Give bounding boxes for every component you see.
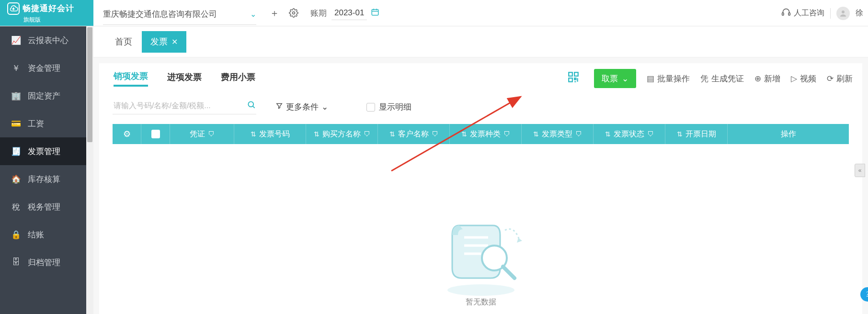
column-settings[interactable]: ⚙ — [113, 124, 141, 144]
user-short-name: 徐 — [856, 8, 863, 18]
brand-title: 畅捷通好会计 — [23, 3, 74, 14]
sidebar-item-label: 发票管理 — [28, 146, 60, 157]
col-customer[interactable]: ⇅客户名称⛉ — [378, 124, 450, 144]
sidebar-item-label: 资金管理 — [28, 63, 60, 74]
fetch-invoice-button[interactable]: 取票 ⌄ — [594, 69, 636, 88]
svg-rect-1 — [372, 9, 379, 15]
show-detail-checkbox[interactable]: 显示明细 — [366, 101, 411, 112]
sort-icon: ⇅ — [389, 130, 395, 138]
svg-point-4 — [842, 11, 845, 13]
invoice-icon: 🧾 — [11, 146, 21, 157]
sidebar-item-invoice[interactable]: 🧾发票管理 — [0, 137, 93, 165]
sidebar-item-report[interactable]: 📈云报表中心 — [0, 26, 93, 54]
archive-icon: 🗄 — [11, 258, 21, 267]
top-bar: 畅捷通好会计 旗舰版 重庆畅捷交通信息咨询有限公司 ⌄ ＋ 账期 2023-01… — [0, 0, 868, 26]
sidebar-scrollbar-thumb[interactable] — [87, 27, 92, 142]
brand-logo: 畅捷通好会计 旗舰版 — [0, 0, 93, 26]
headset-icon — [781, 8, 791, 19]
lock-icon: 🔒 — [11, 230, 21, 240]
tab-home[interactable]: 首页 — [105, 32, 142, 51]
sidebar-item-archive[interactable]: 🗄归档管理 — [0, 248, 93, 276]
sort-icon: ⇅ — [533, 130, 539, 138]
gen-voucher-button[interactable]: 凭生成凭证 — [700, 73, 744, 84]
sidebar-item-label: 工资 — [28, 118, 44, 129]
batch-button[interactable]: ▤批量操作 — [647, 73, 690, 84]
period-value[interactable]: 2023-01 — [331, 6, 367, 20]
company-picker[interactable]: 重庆畅捷交通信息咨询有限公司 ⌄ — [103, 6, 256, 25]
filter-icon — [275, 102, 283, 112]
search-input[interactable] — [113, 101, 232, 111]
col-invoice-date[interactable]: ⇅开票日期 — [665, 124, 728, 144]
box-icon: 🏠 — [11, 174, 21, 184]
search-icon[interactable] — [247, 100, 256, 112]
sidebar-item-label: 云报表中心 — [28, 35, 69, 46]
col-invoice-kind[interactable]: ⇅发票种类⛉ — [450, 124, 522, 144]
sidebar-item-close[interactable]: 🔒结账 — [0, 221, 93, 248]
tax-icon: 稅 — [11, 202, 21, 213]
col-operation: 操作 — [728, 124, 849, 144]
chevron-down-icon: ⌄ — [622, 74, 628, 84]
sidebar: 📈云报表中心 ￥资金管理 🏢固定资产 💳工资 🧾发票管理 🏠库存核算 稅税务管理… — [0, 26, 93, 314]
col-buyer[interactable]: ⇅购买方名称⛉ — [306, 124, 378, 144]
sort-icon: ⇅ — [461, 130, 467, 138]
col-voucher[interactable]: 凭证⛉ — [170, 124, 234, 144]
refresh-icon: ⟳ — [827, 74, 834, 84]
video-button[interactable]: ▷视频 — [791, 73, 816, 84]
right-expand-tab[interactable]: « — [855, 164, 865, 177]
gear-icon: ⚙ — [123, 129, 131, 139]
subtab-sales[interactable]: 销项发票 — [114, 70, 148, 87]
wallet-icon: 💳 — [11, 119, 21, 129]
sort-icon: ⇅ — [314, 130, 320, 138]
content-area: 首页 发票 ✕ 销项发票 进项发票 费用小票 取票 ⌄ ▤批量操作 凭生成凭证 … — [93, 26, 868, 314]
brand-subtitle: 旗舰版 — [23, 16, 41, 24]
play-circle-icon: ▷ — [791, 74, 797, 84]
more-conditions-button[interactable]: 更多条件 ⌄ — [275, 101, 328, 112]
col-invoice-no[interactable]: ⇅发票号码 — [234, 124, 306, 144]
divider — [830, 8, 831, 19]
col-invoice-type[interactable]: ⇅发票类型⛉ — [522, 124, 594, 144]
filter-row: 更多条件 ⌄ 显示明细 — [99, 94, 862, 120]
consult-button[interactable]: 人工咨询 — [781, 8, 824, 19]
svg-point-0 — [293, 12, 295, 14]
calendar-icon[interactable] — [371, 8, 379, 19]
company-name: 重庆畅捷交通信息咨询有限公司 — [103, 9, 217, 20]
chart-icon: 📈 — [11, 35, 21, 45]
svg-line-14 — [503, 267, 514, 278]
sidebar-item-funds[interactable]: ￥资金管理 — [0, 54, 93, 82]
subtab-purchase[interactable]: 进项发票 — [167, 71, 202, 86]
sort-icon: ⇅ — [605, 130, 611, 138]
avatar[interactable] — [836, 7, 850, 20]
fetch-invoice-label: 取票 — [602, 73, 618, 84]
search-box — [113, 100, 256, 114]
close-icon[interactable]: ✕ — [171, 37, 178, 46]
period-label: 账期 — [310, 8, 327, 19]
select-all-checkbox[interactable] — [141, 124, 170, 144]
sidebar-item-salary[interactable]: 💳工资 — [0, 110, 93, 137]
svg-point-8 — [248, 101, 253, 107]
table-header: ⚙ 凭证⛉ ⇅发票号码 ⇅购买方名称⛉ ⇅客户名称⛉ ⇅发票种类⛉ ⇅发票类型⛉… — [113, 124, 849, 144]
consult-label: 人工咨询 — [794, 8, 824, 18]
empty-state — [99, 144, 862, 297]
tab-invoice[interactable]: 发票 ✕ — [142, 31, 186, 53]
empty-text: 暂无数据 — [99, 297, 862, 307]
add-company-button[interactable]: ＋ — [265, 3, 284, 22]
subtab-expense[interactable]: 费用小票 — [221, 71, 255, 86]
sidebar-item-assets[interactable]: 🏢固定资产 — [0, 82, 93, 110]
checkbox-icon — [151, 130, 160, 138]
filter-icon: ⛉ — [208, 130, 215, 138]
svg-rect-7 — [569, 78, 572, 82]
settings-button[interactable] — [284, 3, 303, 22]
sidebar-item-label: 归档管理 — [28, 257, 60, 268]
sidebar-item-inventory[interactable]: 🏠库存核算 — [0, 165, 93, 193]
refresh-button[interactable]: ⟳刷新 — [827, 73, 853, 84]
checkbox-icon — [366, 103, 375, 112]
qr-scan-button[interactable] — [563, 71, 583, 86]
col-invoice-state[interactable]: ⇅发票状态⛉ — [594, 124, 665, 144]
plus-circle-icon: ⊕ — [754, 74, 761, 84]
sidebar-item-label: 税务管理 — [28, 202, 60, 213]
sort-icon: ⇅ — [677, 130, 683, 138]
svg-rect-2 — [782, 12, 784, 15]
building-icon: 🏢 — [11, 91, 21, 101]
sidebar-item-tax[interactable]: 稅税务管理 — [0, 193, 93, 221]
add-button[interactable]: ⊕新增 — [754, 73, 780, 84]
